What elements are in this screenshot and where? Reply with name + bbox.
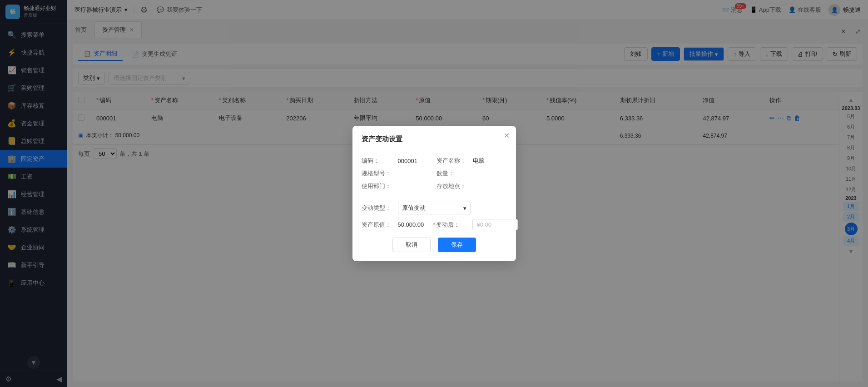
- modal-location-field: 存放地点：: [436, 182, 507, 190]
- modal-spec-field: 规格型号：: [362, 169, 432, 178]
- modal-name-field: 资产名称： 电脑: [436, 157, 507, 165]
- modal-info-row3: 使用部门： 存放地点：: [362, 182, 507, 190]
- modal-dept-label: 使用部门：: [362, 182, 398, 190]
- modal-after-input[interactable]: [472, 219, 518, 230]
- modal-change-type-row: 变动类型： 原值变动 ▾: [362, 202, 507, 214]
- modal-spec-label: 规格型号：: [362, 169, 398, 178]
- modal-name-value: 电脑: [473, 157, 485, 165]
- modal-close-btn[interactable]: ✕: [504, 132, 510, 139]
- modal-asset-value: 50,000.00: [398, 221, 424, 228]
- change-type-dropdown-icon: ▾: [463, 205, 466, 212]
- modal-info-row1: 编码： 000001 资产名称： 电脑: [362, 157, 507, 165]
- modal-divider-2: [362, 196, 507, 196]
- modal-location-label: 存放地点：: [436, 182, 473, 190]
- modal-code-label: 编码：: [362, 157, 398, 165]
- modal-after-label: 变动后：: [436, 221, 472, 229]
- modal-footer: 取消 保存: [362, 238, 507, 252]
- modal-code-field: 编码： 000001: [362, 157, 432, 165]
- modal-divider-1: [362, 151, 507, 151]
- modal-info-row2: 规格型号： 数量：: [362, 169, 507, 178]
- modal-asset-value-label: 资产原值：: [362, 221, 398, 229]
- modal-asset-value-row: 资产原值： 50,000.00 * 变动后：: [362, 219, 507, 230]
- asset-change-modal: 资产变动设置 ✕ 编码： 000001 资产名称： 电脑 规格型号： 数量：: [352, 126, 516, 261]
- modal-quantity-field: 数量：: [436, 169, 507, 178]
- modal-change-type-select[interactable]: 原值变动 ▾: [398, 202, 471, 214]
- modal-dept-field: 使用部门：: [362, 182, 432, 190]
- modal-after-required: *: [433, 221, 435, 228]
- modal-quantity-label: 数量：: [436, 169, 473, 178]
- modal-name-label: 资产名称：: [436, 157, 473, 165]
- modal-save-btn[interactable]: 保存: [438, 238, 476, 252]
- modal-overlay: 资产变动设置 ✕ 编码： 000001 资产名称： 电脑 规格型号： 数量：: [0, 0, 868, 387]
- modal-code-value: 000001: [398, 158, 417, 164]
- modal-change-type-label: 变动类型：: [362, 204, 398, 212]
- modal-change-type-value: 原值变动: [402, 204, 426, 212]
- modal-title: 资产变动设置: [362, 135, 507, 144]
- modal-cancel-btn[interactable]: 取消: [392, 238, 431, 252]
